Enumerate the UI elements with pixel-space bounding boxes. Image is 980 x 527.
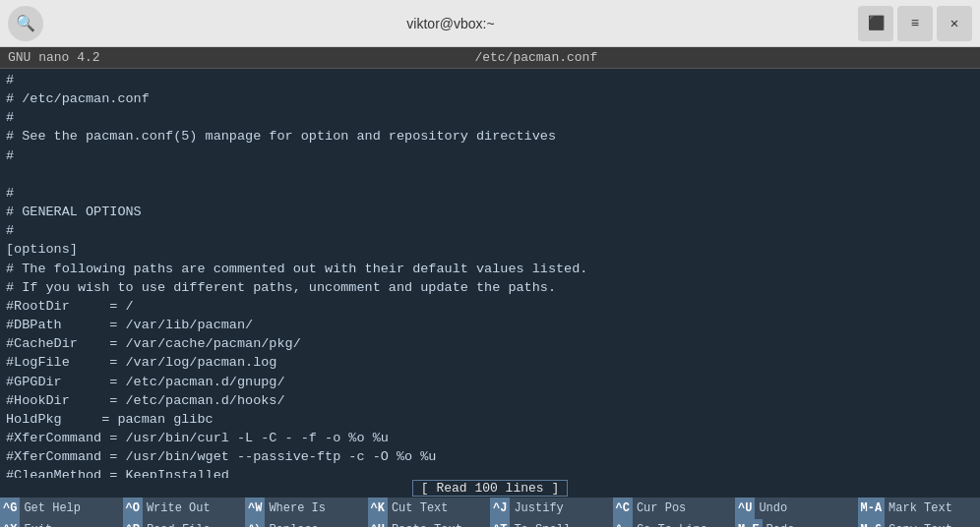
shortcut-item[interactable]: ^WWhere Is <box>245 498 368 519</box>
shortcut-key: ^U <box>368 519 388 527</box>
shortcut-label: Cut Text <box>388 501 453 515</box>
shortcut-label: Go To Line <box>633 523 711 527</box>
shortcut-key: ^K <box>368 498 388 519</box>
shortcut-item[interactable]: M-6Copy Text <box>858 519 981 527</box>
shortcut-key: ^T <box>490 519 510 527</box>
shortcut-label: Exit <box>20 523 56 527</box>
shortcut-key: ^J <box>490 498 510 519</box>
shortcut-item[interactable]: ^KCut Text <box>368 498 491 519</box>
window-title: viktor@vbox:~ <box>43 16 858 31</box>
search-button[interactable]: 🔍 <box>8 6 43 41</box>
shortcut-key: ^W <box>245 498 265 519</box>
shortcut-label: Undo <box>755 501 791 515</box>
menu-button[interactable]: ≡ <box>897 6 933 41</box>
shortcut-label: Cur Pos <box>633 501 690 515</box>
editor-content[interactable]: # # /etc/pacman.conf # # See the pacman.… <box>0 69 980 478</box>
menu-icon: ≡ <box>911 16 919 31</box>
shortcut-item[interactable]: ^UUndo <box>735 498 858 519</box>
status-line: [ Read 100 lines ] <box>0 478 980 498</box>
shortcut-key: ^\ <box>245 519 265 527</box>
shortcut-item[interactable]: ^_Go To Line <box>613 519 736 527</box>
shortcut-label: Paste Text <box>388 523 466 527</box>
window-controls: ⬛ ≡ ✕ <box>858 6 972 41</box>
shortcut-label: Write Out <box>143 501 214 515</box>
close-icon: ✕ <box>950 15 958 31</box>
shortcut-label: To Spell <box>510 523 575 527</box>
screenshot-button[interactable]: ⬛ <box>858 6 893 41</box>
shortcut-item[interactable]: ^TTo Spell <box>490 519 613 527</box>
shortcut-label: Get Help <box>20 501 85 515</box>
shortcut-key: ^X <box>0 519 20 527</box>
shortcut-label: Read File <box>143 523 214 527</box>
status-badge: [ Read 100 lines ] <box>412 480 568 497</box>
shortcut-key: M-E <box>735 519 763 527</box>
shortcut-key: ^U <box>735 498 755 519</box>
shortcut-key: M-6 <box>858 519 886 527</box>
shortcut-item[interactable]: M-AMark Text <box>858 498 981 519</box>
shortcut-item[interactable]: M-ERedo <box>735 519 858 527</box>
shortcut-label: Redo <box>763 523 799 527</box>
shortcut-item[interactable]: ^GGet Help <box>0 498 123 519</box>
screenshot-icon: ⬛ <box>868 15 885 31</box>
shortcut-key: ^C <box>613 498 633 519</box>
title-bar: 🔍 viktor@vbox:~ ⬛ ≡ ✕ <box>0 0 980 47</box>
close-button[interactable]: ✕ <box>937 6 972 41</box>
shortcut-item[interactable]: ^JJustify <box>490 498 613 519</box>
search-icon: 🔍 <box>16 14 35 33</box>
nano-filename: /etc/pacman.conf <box>100 50 972 65</box>
shortcut-bar-row2: ^XExit^RRead File^\Replace^UPaste Text^T… <box>0 519 980 527</box>
shortcut-key: ^_ <box>613 519 633 527</box>
shortcut-item[interactable]: ^RRead File <box>123 519 246 527</box>
shortcut-label: Copy Text <box>885 523 956 527</box>
shortcut-key: ^G <box>0 498 20 519</box>
shortcut-key: ^R <box>123 519 143 527</box>
shortcut-key: M-A <box>858 498 886 519</box>
shortcut-item[interactable]: ^XExit <box>0 519 123 527</box>
nano-version: GNU nano 4.2 <box>8 50 100 65</box>
shortcut-item[interactable]: ^CCur Pos <box>613 498 736 519</box>
shortcut-bar-row1: ^GGet Help^OWrite Out^WWhere Is^KCut Tex… <box>0 498 980 519</box>
shortcut-label: Where Is <box>265 501 330 515</box>
shortcut-label: Mark Text <box>885 501 956 515</box>
nano-header: GNU nano 4.2 /etc/pacman.conf <box>0 47 980 69</box>
shortcut-key: ^O <box>123 498 143 519</box>
shortcut-item[interactable]: ^OWrite Out <box>123 498 246 519</box>
shortcut-label: Justify <box>510 501 567 515</box>
shortcut-item[interactable]: ^UPaste Text <box>368 519 491 527</box>
shortcut-item[interactable]: ^\Replace <box>245 519 368 527</box>
shortcut-label: Replace <box>265 523 322 527</box>
